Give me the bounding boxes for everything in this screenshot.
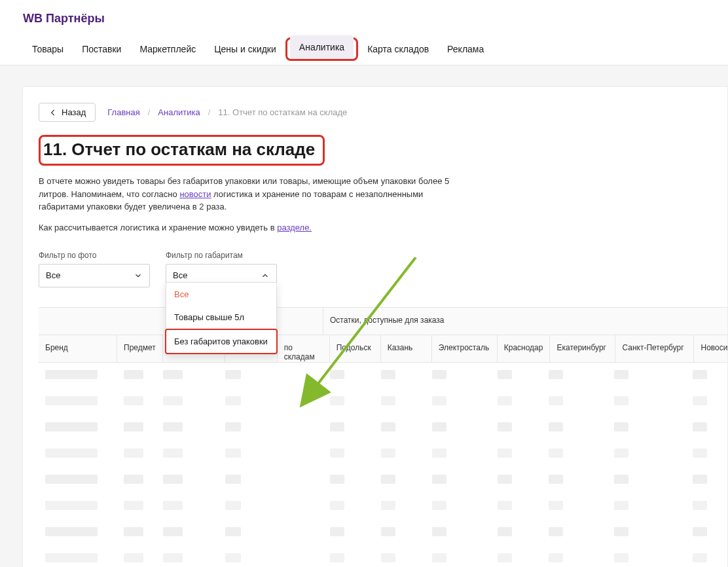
content-card: Назад Главная / Аналитика / 11. Отчет по… bbox=[22, 86, 728, 567]
redacted-cell bbox=[330, 527, 344, 536]
redacted-cell bbox=[330, 370, 344, 379]
th-city-elektrostal[interactable]: Электросталь bbox=[432, 335, 498, 362]
redacted-cell bbox=[693, 527, 707, 536]
filter-dims-value: Все bbox=[173, 270, 187, 280]
th-city-podolsk[interactable]: Подольск bbox=[330, 335, 381, 362]
redacted-cell bbox=[381, 422, 395, 431]
nav-item-analytics[interactable]: Аналитика bbox=[290, 35, 354, 59]
redacted-cell bbox=[498, 422, 512, 431]
dropdown-option-no-dims[interactable]: Без габаритов упаковки bbox=[165, 329, 278, 354]
redacted-cell bbox=[498, 501, 512, 510]
redacted-cell bbox=[124, 475, 143, 484]
redacted-cell bbox=[163, 553, 183, 562]
redacted-cell bbox=[549, 422, 563, 431]
th-subject[interactable]: Предмет bbox=[117, 335, 163, 362]
desc-text: Как рассчитывается логистика и хранение … bbox=[39, 223, 277, 232]
redacted-cell bbox=[330, 422, 344, 431]
redacted-cell bbox=[381, 501, 395, 510]
redacted-cell bbox=[124, 448, 143, 458]
nav-item-ads[interactable]: Реклама bbox=[438, 37, 493, 61]
th-city-krasnodar[interactable]: Краснодар bbox=[498, 335, 551, 362]
redacted-cell bbox=[432, 475, 446, 484]
th-by-warehouses[interactable]: по складам bbox=[278, 335, 330, 362]
nav-highlight-box: Аналитика bbox=[285, 37, 358, 61]
chevron-up-icon bbox=[261, 271, 270, 280]
redacted-cell bbox=[498, 370, 512, 379]
redacted-cell bbox=[163, 501, 183, 510]
redacted-cell bbox=[330, 448, 344, 458]
redacted-cell bbox=[124, 501, 143, 510]
filter-dims-label: Фильтр по габаритам bbox=[166, 251, 277, 260]
nav-item-products[interactable]: Товары bbox=[23, 37, 73, 61]
table-row[interactable] bbox=[39, 467, 727, 494]
redacted-cell bbox=[693, 553, 707, 562]
nav-item-marketplace[interactable]: Маркетплейс bbox=[130, 37, 205, 61]
redacted-cell bbox=[432, 422, 446, 431]
redacted-cell bbox=[225, 422, 241, 431]
redacted-cell bbox=[163, 527, 183, 536]
redacted-cell bbox=[498, 448, 512, 458]
redacted-cell bbox=[163, 370, 183, 379]
th-city-ekaterinburg[interactable]: Екатеринбург bbox=[550, 335, 615, 362]
table-row[interactable] bbox=[39, 520, 727, 546]
th-brand[interactable]: Бренд bbox=[39, 335, 117, 362]
redacted-cell bbox=[693, 448, 707, 458]
redacted-cell bbox=[225, 448, 241, 458]
redacted-cell bbox=[124, 370, 143, 379]
breadcrumb-home[interactable]: Главная bbox=[107, 107, 139, 117]
redacted-cell bbox=[614, 448, 628, 458]
redacted-cell bbox=[381, 448, 395, 458]
redacted-cell bbox=[225, 475, 241, 484]
dropdown-option-all[interactable]: Все bbox=[166, 283, 276, 306]
title-highlight-box: 11. Отчет по остаткам на складе bbox=[39, 135, 325, 166]
redacted-cell bbox=[381, 553, 395, 562]
redacted-cell bbox=[381, 396, 395, 405]
back-button[interactable]: Назад bbox=[39, 103, 96, 122]
redacted-cell bbox=[498, 396, 512, 405]
th-city-kazan[interactable]: Казань bbox=[381, 335, 432, 362]
news-link[interactable]: новости bbox=[179, 189, 211, 199]
nav-item-supplies[interactable]: Поставки bbox=[73, 37, 130, 61]
redacted-cell bbox=[225, 501, 241, 510]
redacted-cell bbox=[693, 396, 707, 405]
section-link[interactable]: разделе. bbox=[277, 223, 312, 232]
table-row[interactable] bbox=[39, 494, 727, 520]
redacted-cell bbox=[124, 422, 143, 431]
redacted-cell bbox=[163, 448, 183, 458]
redacted-cell bbox=[614, 396, 628, 405]
redacted-cell bbox=[225, 553, 241, 562]
redacted-cell bbox=[614, 370, 628, 379]
table-row[interactable] bbox=[39, 415, 727, 441]
table-row[interactable] bbox=[39, 441, 727, 467]
redacted-cell bbox=[549, 370, 563, 379]
redacted-cell bbox=[498, 553, 512, 562]
table-row[interactable] bbox=[39, 363, 727, 389]
redacted-cell bbox=[381, 370, 395, 379]
redacted-cell bbox=[614, 553, 628, 562]
main-nav: Товары Поставки Маркетплейс Цены и скидк… bbox=[23, 37, 705, 61]
redacted-cell bbox=[432, 553, 446, 562]
redacted-cell bbox=[225, 370, 241, 379]
dropdown-option-over5l[interactable]: Товары свыше 5л bbox=[166, 306, 276, 329]
redacted-cell bbox=[693, 422, 707, 431]
redacted-cell bbox=[432, 501, 446, 510]
nav-item-map[interactable]: Карта складов bbox=[358, 37, 438, 61]
th-city-spb[interactable]: Санкт-Петербург bbox=[615, 335, 694, 362]
redacted-cell bbox=[45, 370, 98, 379]
breadcrumb: Главная / Аналитика / 11. Отчет по остат… bbox=[107, 107, 347, 117]
filter-photo-select[interactable]: Все bbox=[39, 264, 150, 287]
arrow-left-icon bbox=[48, 108, 58, 117]
th-city-novosibirsk[interactable]: Новосибирск bbox=[694, 335, 728, 362]
table-body bbox=[39, 363, 727, 568]
redacted-cell bbox=[163, 422, 183, 431]
table-row[interactable] bbox=[39, 389, 727, 415]
table-row[interactable] bbox=[39, 546, 727, 568]
breadcrumb-section[interactable]: Аналитика bbox=[158, 107, 200, 117]
redacted-cell bbox=[225, 527, 241, 536]
th-group-stock: Остатки, доступные для заказа bbox=[323, 308, 727, 335]
stock-table: Остатки, доступные для заказа Бренд Пред… bbox=[39, 307, 727, 568]
redacted-cell bbox=[498, 527, 512, 536]
nav-item-prices[interactable]: Цены и скидки bbox=[205, 37, 285, 61]
breadcrumb-current: 11. Отчет по остаткам на складе bbox=[218, 107, 347, 117]
redacted-cell bbox=[549, 501, 563, 510]
